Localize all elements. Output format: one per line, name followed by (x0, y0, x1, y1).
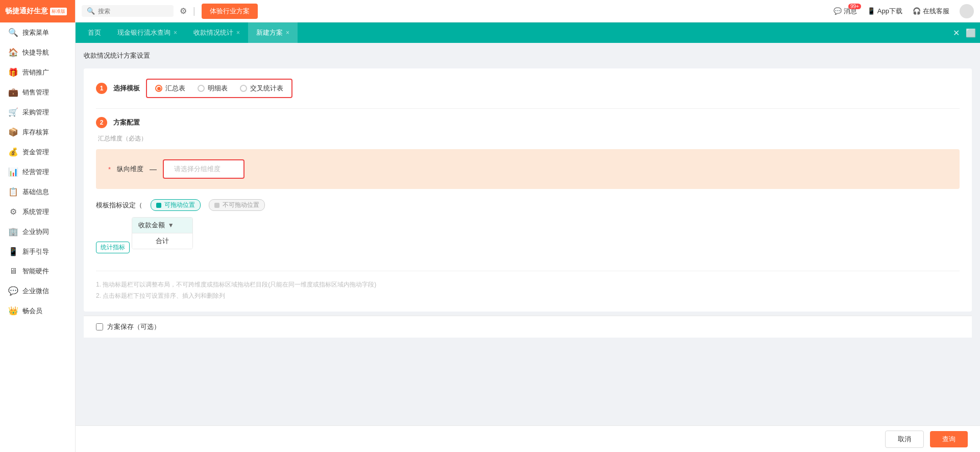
metrics-table-area: 统计指标 收款金额 ▼ 合计 (96, 217, 960, 258)
sidebar-item-label: 企业协同 (22, 227, 49, 236)
money-icon: 💰 (8, 147, 18, 157)
app-icon: 📱 (867, 7, 875, 15)
template-detail-radio[interactable] (198, 85, 205, 92)
cancel-button[interactable]: 取消 (885, 431, 924, 448)
metrics-cell-total: 合计 (132, 233, 192, 249)
sidebar-item-label: 营销推广 (22, 68, 49, 77)
template-summary-label: 汇总表 (165, 84, 185, 93)
topbar: 🔍 ⚙ | 体验行业方案 💬 消息 99+ 📱 App下载 🎧 在线客服 (76, 0, 980, 22)
sidebar-item-label: 快捷导航 (22, 48, 49, 57)
template-cross-radio[interactable] (240, 85, 247, 92)
template-cross-option[interactable]: 交叉统计表 (240, 84, 283, 93)
metrics-column-title: 收款金额 (138, 221, 165, 230)
vertical-dimension-label: 纵向维度 (117, 164, 143, 174)
divider1 (96, 108, 960, 109)
tab-bank-flow-close[interactable]: × (174, 29, 177, 36)
tab-bank-flow[interactable]: 现金银行流水查询 × (109, 22, 185, 43)
metrics-dropdown-icon[interactable]: ▼ (168, 222, 174, 229)
crown-icon: 👑 (8, 306, 18, 316)
sidebar-item-purchase[interactable]: 🛒 采购管理 (0, 102, 75, 122)
tab-window-close-icon[interactable]: ✕ (953, 28, 960, 38)
topbar-divider: | (193, 6, 195, 16)
tab-collection-close[interactable]: × (236, 29, 240, 36)
tab-home[interactable]: 首页 (80, 22, 109, 43)
save-option-bar: 方案保存（可选） (84, 316, 972, 338)
sidebar-logo: 畅捷通好生意 标准版 (0, 0, 75, 22)
step2-header: 2 方案配置 (96, 117, 960, 128)
document-icon: 📋 (8, 187, 18, 197)
online-service-item[interactable]: 🎧 在线客服 (913, 7, 949, 16)
sidebar-item-operation[interactable]: 📊 经营管理 (0, 162, 75, 182)
sidebar-item-label: 库存核算 (22, 128, 49, 137)
template-summary-radio[interactable] (155, 85, 162, 92)
search-icon: 🔍 (8, 28, 18, 37)
briefcase-icon: 💼 (8, 87, 18, 97)
dimension-area: * 纵向维度 — 请选择分组维度 (96, 149, 960, 189)
app-download-item[interactable]: 📱 App下载 (867, 7, 902, 16)
sidebar-item-hardware[interactable]: 🖥 智能硬件 (0, 261, 75, 281)
step1-header: 1 选择模板 汇总表 明细表 交叉统计表 (96, 79, 960, 98)
sidebar-item-base-info[interactable]: 📋 基础信息 (0, 182, 75, 202)
sidebar-item-enterprise[interactable]: 🏢 企业协同 (0, 222, 75, 242)
draggable-badge: 可拖动位置 (151, 199, 201, 211)
sidebar-item-guide[interactable]: 📱 新手引导 (0, 242, 75, 261)
sidebar-item-marketing[interactable]: 🎁 营销推广 (0, 62, 75, 82)
phone-icon: 📱 (8, 247, 18, 256)
user-avatar[interactable] (960, 4, 974, 18)
tip-2: 2. 点击标题栏下拉可设置排序、插入列和删除列 (96, 291, 960, 302)
sidebar-item-label: 智能硬件 (22, 267, 49, 276)
tab-new-plan-close[interactable]: × (286, 29, 289, 36)
box-icon: 📦 (8, 127, 18, 137)
cart-icon: 🛒 (8, 107, 18, 117)
bottom-action-bar: 取消 查询 (76, 425, 980, 452)
tab-collection-stats[interactable]: 收款情况统计 × (185, 22, 248, 43)
dimension-select[interactable]: 请选择分组维度 (163, 159, 244, 179)
tab-collection-stats-label: 收款情况统计 (193, 28, 233, 37)
template-detail-label: 明细表 (208, 84, 228, 93)
non-draggable-badge: 不可拖动位置 (209, 199, 265, 211)
tab-maximize-icon[interactable]: ⬜ (966, 28, 976, 38)
main-card: 1 选择模板 汇总表 明细表 交叉统计表 (84, 68, 972, 312)
topbar-right: 💬 消息 99+ 📱 App下载 🎧 在线客服 (834, 4, 974, 18)
topbar-search-icon: 🔍 (87, 7, 95, 15)
query-button[interactable]: 查询 (930, 431, 968, 447)
tab-home-label: 首页 (88, 28, 101, 37)
metrics-category-label: 统计指标 (96, 242, 130, 253)
sidebar-item-member[interactable]: 👑 畅会员 (0, 301, 75, 321)
message-item[interactable]: 💬 消息 99+ (834, 7, 857, 16)
industry-solution-button[interactable]: 体验行业方案 (202, 4, 258, 19)
monitor-icon: 🖥 (8, 267, 18, 276)
tab-new-plan[interactable]: 新建方案 × (248, 22, 298, 43)
sidebar-item-search[interactable]: 🔍 搜索菜单 (0, 22, 75, 42)
template-detail-option[interactable]: 明细表 (198, 84, 228, 93)
sidebar-logo-badge: 标准版 (50, 8, 67, 15)
save-checkbox[interactable] (96, 323, 103, 330)
sidebar-item-capital[interactable]: 💰 资金管理 (0, 142, 75, 162)
sidebar: 畅捷通好生意 标准版 🔍 搜索菜单 🏠 快捷导航 🎁 营销推广 💼 销售管理 🛒… (0, 0, 76, 452)
step2-label: 方案配置 (113, 118, 140, 127)
tips-text: 1. 拖动标题栏可以调整布局，不可跨维度或指标区域拖动栏目段(只能在同一维度或指… (96, 279, 960, 301)
draggable-indicator (156, 203, 161, 208)
step1-number: 1 (96, 83, 107, 94)
sidebar-item-inventory[interactable]: 📦 库存核算 (0, 122, 75, 142)
sidebar-item-label: 企业微信 (22, 287, 49, 296)
sidebar-item-label: 经营管理 (22, 168, 49, 177)
dimension-row: * 纵向维度 — 请选择分组维度 (108, 159, 947, 179)
sidebar-item-label: 基础信息 (22, 187, 49, 197)
template-summary-option[interactable]: 汇总表 (155, 84, 185, 93)
sidebar-item-label: 资金管理 (22, 148, 49, 157)
arrow-icon: — (150, 165, 157, 173)
settings-gear-icon[interactable]: ⚙ (180, 6, 187, 16)
metrics-column-header[interactable]: 收款金额 ▼ (132, 218, 192, 233)
non-draggable-indicator (214, 203, 219, 208)
topbar-search-container[interactable]: 🔍 (82, 5, 174, 17)
sidebar-item-system[interactable]: ⚙ 系统管理 (0, 202, 75, 222)
sidebar-item-label: 采购管理 (22, 108, 49, 117)
sidebar-item-wechat[interactable]: 💬 企业微信 (0, 281, 75, 301)
topbar-search-input[interactable] (98, 8, 164, 15)
home-icon: 🏠 (8, 47, 18, 57)
page-title: 收款情况统计方案设置 (84, 51, 972, 60)
sidebar-item-quick-nav[interactable]: 🏠 快捷导航 (0, 42, 75, 62)
sidebar-item-sales[interactable]: 💼 销售管理 (0, 82, 75, 102)
message-icon: 💬 (834, 7, 842, 15)
